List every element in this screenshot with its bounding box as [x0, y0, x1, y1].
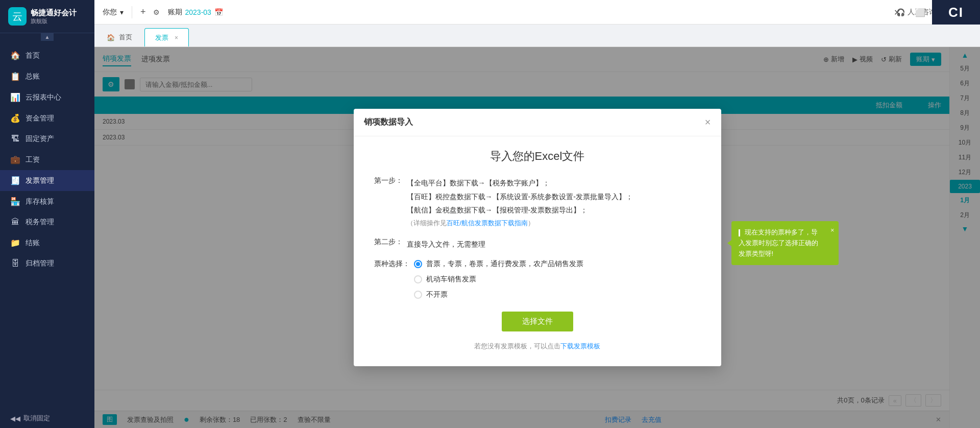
sidebar-item-label: 首页	[26, 51, 40, 60]
window-close-btn[interactable]: ✕	[885, 0, 909, 25]
tab-home[interactable]: 🏠 首页	[96, 28, 142, 46]
radio-circle-2	[414, 275, 422, 283]
dialog-footer-note: 若您没有发票模板，可以点击下载发票模板	[374, 342, 701, 351]
step1-line3: 【航信】金税盘数据下载→【报税管理-发票数据导出】；	[407, 203, 633, 217]
content-area: 销项发票 进项发票 ⊕ 新增 ▶ 视频 ↺ 刷新	[94, 47, 980, 428]
dialog-title: 销项数据导入	[364, 117, 413, 128]
sidebar-scroll-up: ▲	[0, 33, 94, 41]
step2-label: 第二步：	[374, 237, 403, 247]
add-button[interactable]	[140, 7, 146, 17]
salary-icon: 💼	[10, 155, 20, 164]
sidebar-item-inventory[interactable]: 🏪 库存核算	[0, 191, 94, 212]
company-name: 你您	[103, 8, 117, 17]
topbar: 你您 账期 2023-03 📅 🎧 人工咨询 👤 用友	[94, 0, 980, 25]
radio-label-1: 普票，专票，卷票，通行费发票，农产品销售发票	[426, 259, 583, 269]
sidebar-item-label: 结账	[26, 239, 40, 248]
radio-option-1[interactable]: 普票，专票，卷票，通行费发票，农产品销售发票	[414, 259, 583, 269]
dialog-close-btn[interactable]: ×	[705, 117, 711, 127]
step1-line2: 【百旺】税控盘数据下载→【系统设置-系统参数设置-发票批量导入】；	[407, 190, 633, 204]
radio-option-3[interactable]: 不开票	[414, 290, 583, 299]
radio-circle-1	[414, 260, 422, 268]
radio-label-2: 机动车销售发票	[426, 275, 476, 284]
company-selector[interactable]: 你您	[103, 8, 124, 17]
window-controls: ✕ ⬜ CI	[885, 0, 980, 25]
import-dialog: 销项数据导入 × 导入您的Excel文件 第一步： 【全电平台】数据下载→【税务…	[354, 109, 721, 366]
cancel-fixed-label: 取消固定	[23, 414, 50, 423]
dialog-main-title: 导入您的Excel文件	[374, 149, 701, 164]
step1-link[interactable]: 百旺/航信发票数据下载指南	[447, 219, 528, 227]
radio-option-2[interactable]: 机动车销售发票	[414, 275, 583, 284]
sidebar-item-label: 库存核算	[26, 197, 54, 206]
sidebar-item-label: 资金管理	[26, 114, 54, 123]
archive-icon: 🗄	[10, 259, 20, 268]
sidebar-item-reports[interactable]: 📊 云报表中心	[0, 87, 94, 108]
sidebar-item-archive[interactable]: 🗄 归档管理	[0, 253, 94, 274]
tooltip-content: 现在支持的票种多了，导入发票时别忘了选择正确的发票类型呀!	[739, 228, 818, 257]
tooltip-bubble: 现在支持的票种多了，导入发票时别忘了选择正确的发票类型呀! ×	[731, 221, 839, 265]
step1-content: 【全电平台】数据下载→【税务数字账户】； 【百旺】税控盘数据下载→【系统设置-系…	[407, 176, 633, 229]
home-icon: 🏠	[10, 51, 20, 60]
sidebar-item-label: 归档管理	[26, 259, 54, 268]
settings-button[interactable]	[153, 8, 160, 16]
invoice-icon: 🧾	[10, 176, 20, 185]
tab-invoice-label: 发票	[155, 33, 168, 42]
sidebar-item-label: 固定资产	[26, 134, 54, 144]
company-dropdown-icon	[120, 8, 124, 16]
dialog-header: 销项数据导入 ×	[354, 109, 721, 136]
sidebar-item-funds[interactable]: 💰 资金管理	[0, 108, 94, 129]
period-label: 账期	[168, 8, 182, 17]
radio-circle-3	[414, 291, 422, 299]
sidebar-item-assets[interactable]: 🏗 固定资产	[0, 129, 94, 149]
sidebar-cancel-fixed[interactable]: ◀◀ 取消固定	[0, 409, 94, 428]
closing-icon: 📁	[10, 238, 20, 248]
home-tab-icon: 🏠	[107, 34, 115, 41]
ci-badge: CI	[932, 0, 980, 25]
select-file-btn[interactable]: 选择文件	[502, 312, 573, 331]
topbar-period: 账期 2023-03 📅	[168, 8, 223, 17]
tax-icon: 🏛	[10, 218, 20, 227]
sidebar-item-invoice[interactable]: 🧾 发票管理	[0, 170, 94, 191]
sidebar-item-label: 税务管理	[26, 218, 54, 227]
topbar-actions	[140, 7, 160, 17]
sidebar-logo: 云 畅捷通好会计 旗舰版	[0, 0, 94, 33]
sidebar-nav: 🏠 首页 📋 总账 📊 云报表中心 💰 资金管理 🏗 固定资产 💼 工资	[0, 41, 94, 409]
sidebar-item-home[interactable]: 🏠 首页	[0, 45, 94, 66]
tooltip-close-btn[interactable]: ×	[830, 225, 835, 236]
funds-icon: 💰	[10, 113, 20, 123]
sidebar-item-label: 工资	[26, 155, 40, 164]
assets-icon: 🏗	[10, 134, 20, 144]
tab-close-btn[interactable]: ×	[175, 34, 178, 41]
window-maximize-btn[interactable]: ⬜	[909, 0, 932, 25]
ledger-icon: 📋	[10, 72, 20, 81]
reports-icon: 📊	[10, 92, 20, 102]
sidebar-item-closing[interactable]: 📁 结账	[0, 232, 94, 253]
sidebar-item-salary[interactable]: 💼 工资	[0, 149, 94, 170]
ticket-select-row: 票种选择： 普票，专票，卷票，通行费发票，农产品销售发票 机动车销售发票	[374, 259, 701, 299]
sidebar-item-label: 发票管理	[26, 176, 54, 185]
main-area: 你您 账期 2023-03 📅 🎧 人工咨询 👤 用友	[94, 0, 980, 428]
inventory-icon: 🏪	[10, 197, 20, 206]
modal-overlay: 销项数据导入 × 导入您的Excel文件 第一步： 【全电平台】数据下载→【税务…	[94, 47, 980, 428]
sidebar-item-label: 云报表中心	[26, 93, 61, 102]
sidebar-item-tax[interactable]: 🏛 税务管理	[0, 212, 94, 232]
period-calendar-icon: 📅	[214, 8, 223, 16]
step1-label: 第一步：	[374, 176, 403, 185]
app-logo-text: 畅捷通好会计 旗舰版	[31, 8, 77, 26]
tooltip-bar	[739, 229, 740, 236]
cancel-fixed-icon: ◀◀	[10, 415, 20, 422]
sidebar-item-ledger[interactable]: 📋 总账	[0, 66, 94, 87]
download-template-link[interactable]: 下载发票模板	[560, 342, 600, 350]
topbar-divider	[132, 6, 132, 18]
radio-group: 普票，专票，卷票，通行费发票，农产品销售发票 机动车销售发票 不开票	[414, 259, 583, 299]
tooltip-arrow	[727, 240, 731, 246]
sidebar: 云 畅捷通好会计 旗舰版 ▲ 🏠 首页 📋 总账 📊 云报表中心 💰	[0, 0, 94, 428]
step1-row: 第一步： 【全电平台】数据下载→【税务数字账户】； 【百旺】税控盘数据下载→【系…	[374, 176, 701, 229]
tabbar: 🏠 首页 发票 ×	[94, 25, 980, 47]
sidebar-item-label: 总账	[26, 72, 40, 81]
step1-line1: 【全电平台】数据下载→【税务数字账户】；	[407, 176, 633, 190]
tab-invoice[interactable]: 发票 ×	[144, 28, 189, 46]
step2-row: 第二步： 直接导入文件，无需整理	[374, 237, 701, 251]
period-value: 2023-03	[185, 8, 211, 16]
sidebar-scroll-up-btn[interactable]: ▲	[41, 33, 54, 41]
step1-note: （详细操作见百旺/航信发票数据下载指南）	[407, 217, 633, 230]
